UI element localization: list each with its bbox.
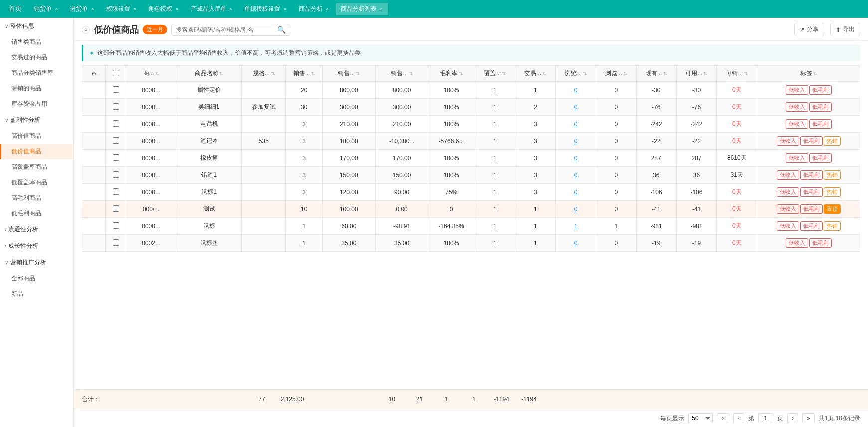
row-checkbox-5[interactable] <box>113 171 119 178</box>
row-checkbox-1[interactable] <box>113 103 119 110</box>
table-container[interactable]: ⚙ 商...⇅ 商品名称⇅ 规格...⇅ 销售...⇅ 销售...⇅ 销售...… <box>82 65 860 389</box>
view1-link[interactable]: 0 <box>574 104 578 111</box>
sidebar-item-traded-goods[interactable]: 交易过的商品 <box>0 50 73 65</box>
row-checkbox-4[interactable] <box>113 154 119 161</box>
sidebar-item-category-rate[interactable]: 商品分类销售率 <box>0 65 73 81</box>
sidebar-item-new-goods[interactable]: 新品 <box>0 286 73 302</box>
sidebar-item-high-profit[interactable]: 高毛利商品 <box>0 190 73 206</box>
cell-checkbox[interactable] <box>106 218 126 235</box>
th-name[interactable]: 商品名称⇅ <box>176 66 242 82</box>
cell-settings[interactable] <box>82 99 106 116</box>
cell-view1[interactable]: 0 <box>556 201 596 218</box>
th-spec[interactable]: 规格...⇅ <box>242 66 286 82</box>
sidebar-item-high-value[interactable]: 高价值商品 <box>0 128 73 144</box>
sidebar-item-sale-goods[interactable]: 销售类商品 <box>0 34 73 50</box>
cell-view1[interactable]: 1 <box>556 218 596 235</box>
nav-goods-analysis[interactable]: 商品分析 × <box>294 3 334 15</box>
th-sale-total[interactable]: 销售...⇅ <box>375 66 428 82</box>
th-sale-price[interactable]: 销售...⇅ <box>322 66 375 82</box>
cell-view1[interactable]: 0 <box>556 235 596 252</box>
nav-close-purchase[interactable]: × <box>91 6 94 12</box>
sidebar-item-all-goods[interactable]: 全部商品 <box>0 271 73 286</box>
nav-close-role[interactable]: × <box>175 6 178 12</box>
row-checkbox-2[interactable] <box>113 120 119 127</box>
view1-link[interactable]: 0 <box>574 138 578 145</box>
search-input[interactable] <box>176 26 275 33</box>
cell-settings[interactable] <box>82 235 106 252</box>
cell-settings[interactable] <box>82 201 106 218</box>
page-input[interactable] <box>758 413 773 423</box>
th-stock-current[interactable]: 现有...⇅ <box>636 66 676 82</box>
view1-link[interactable]: 1 <box>574 223 578 230</box>
page-size-select[interactable]: 50 100 200 <box>688 413 713 423</box>
view1-link[interactable]: 0 <box>574 172 578 179</box>
th-coverage[interactable]: 覆盖...⇅ <box>475 66 515 82</box>
cell-checkbox[interactable] <box>106 201 126 218</box>
view1-link[interactable]: 0 <box>574 189 578 196</box>
cell-settings[interactable] <box>82 184 106 201</box>
sidebar-section-profit[interactable]: ∨ 盈利性分析 <box>0 112 73 128</box>
share-button[interactable]: ↗ 分享 <box>794 23 824 36</box>
last-page-btn[interactable]: » <box>802 413 815 423</box>
nav-sales[interactable]: 销货单 × <box>29 3 63 15</box>
sidebar-item-unsold-goods[interactable]: 滞销的商品 <box>0 81 73 96</box>
cell-settings[interactable] <box>82 133 106 150</box>
nav-permission[interactable]: 权限设置 × <box>101 3 141 15</box>
cell-checkbox[interactable] <box>106 99 126 116</box>
row-checkbox-3[interactable] <box>113 137 119 144</box>
th-view1[interactable]: 浏览...⇅ <box>556 66 596 82</box>
cell-checkbox[interactable] <box>106 235 126 252</box>
cell-settings[interactable] <box>82 218 106 235</box>
next-page-btn[interactable]: › <box>787 413 798 423</box>
cell-view1[interactable]: 0 <box>556 167 596 184</box>
cell-view1[interactable]: 0 <box>556 150 596 167</box>
cell-settings[interactable] <box>82 82 106 99</box>
cell-checkbox[interactable] <box>106 82 126 99</box>
row-checkbox-0[interactable] <box>113 86 119 93</box>
th-gross-margin[interactable]: 毛利率⇅ <box>428 66 475 82</box>
nav-close-template[interactable]: × <box>283 6 286 12</box>
row-checkbox-8[interactable] <box>113 222 119 229</box>
view1-link[interactable]: 0 <box>574 87 578 94</box>
view1-link[interactable]: 0 <box>574 240 578 247</box>
th-stock-sellable[interactable]: 可销...⇅ <box>717 66 757 82</box>
sidebar-item-low-value[interactable]: 低价值商品 <box>0 144 73 159</box>
th-code[interactable]: 商...⇅ <box>126 66 176 82</box>
nav-close-permission[interactable]: × <box>133 6 136 12</box>
sidebar-section-overall[interactable]: ∨ 整体信息 <box>0 18 73 34</box>
th-tags[interactable]: 标签⇅ <box>757 66 860 82</box>
prev-page-btn[interactable]: ‹ <box>733 413 744 423</box>
nav-close-storage[interactable]: × <box>229 6 232 12</box>
th-settings[interactable]: ⚙ <box>82 66 106 82</box>
row-checkbox-6[interactable] <box>113 188 119 195</box>
sidebar-section-circulation[interactable]: › 流通性分析 <box>0 221 73 238</box>
nav-goods-analysis-list[interactable]: 商品分析列表 × <box>336 3 388 15</box>
search-icon[interactable]: 🔍 <box>277 26 286 34</box>
cell-settings[interactable] <box>82 167 106 184</box>
th-stock-available[interactable]: 可用...⇅ <box>676 66 717 82</box>
cell-checkbox[interactable] <box>106 167 126 184</box>
cell-settings[interactable] <box>82 150 106 167</box>
row-checkbox-7[interactable] <box>113 205 119 212</box>
sidebar-section-marketing[interactable]: ∨ 营销推广分析 <box>0 254 73 271</box>
sidebar-collapse-btn[interactable]: « <box>82 26 90 34</box>
sidebar-item-high-coverage[interactable]: 高覆盖率商品 <box>0 159 73 175</box>
cell-view1[interactable]: 0 <box>556 184 596 201</box>
cell-settings[interactable] <box>82 116 106 133</box>
nav-purchase[interactable]: 进货单 × <box>65 3 99 15</box>
th-checkbox[interactable] <box>106 66 126 82</box>
sidebar-item-low-profit[interactable]: 低毛利商品 <box>0 206 73 221</box>
select-all-checkbox[interactable] <box>113 70 119 76</box>
view1-link[interactable]: 0 <box>574 121 578 128</box>
cell-checkbox[interactable] <box>106 116 126 133</box>
nav-template[interactable]: 单据模板设置 × <box>239 3 291 15</box>
cell-view1[interactable]: 0 <box>556 133 596 150</box>
cell-view1[interactable]: 0 <box>556 99 596 116</box>
nav-storage[interactable]: 产成品入库单 × <box>186 3 237 15</box>
first-page-btn[interactable]: « <box>717 413 729 423</box>
sidebar-section-growth[interactable]: › 成长性分析 <box>0 238 73 254</box>
view1-link[interactable]: 0 <box>574 206 578 213</box>
th-view2[interactable]: 浏览...⇅ <box>596 66 636 82</box>
row-checkbox-9[interactable] <box>113 239 119 246</box>
sidebar-item-stock-fund[interactable]: 库存资金占用 <box>0 96 73 112</box>
